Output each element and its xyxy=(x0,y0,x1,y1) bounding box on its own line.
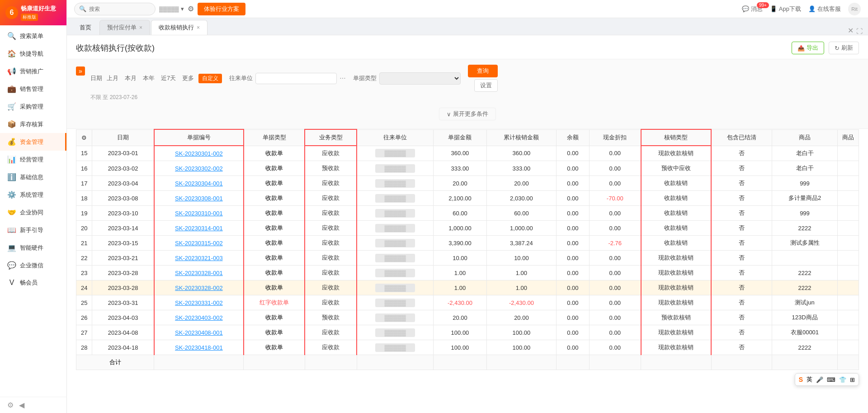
sidebar-item-wechat[interactable]: 💬企业微信 xyxy=(0,256,66,274)
date-this-year[interactable]: 本年 xyxy=(141,73,156,83)
row-discount: 0.00 xyxy=(589,340,641,355)
setting-button[interactable]: 设置 xyxy=(474,79,498,92)
sidebar-item-label: 企业协同 xyxy=(20,209,43,217)
sidebar-item-sales[interactable]: 💼销售管理 xyxy=(0,80,66,98)
sidebar-item-hardware[interactable]: 💻智能硬件 xyxy=(0,239,66,256)
service-icon: 👤 xyxy=(808,5,816,12)
topbar-dropdown[interactable]: ▓▓▓▓▓ ▾ xyxy=(159,5,184,12)
window-close-icon[interactable]: ✕ xyxy=(848,26,854,35)
date-custom-button[interactable]: 自定义 xyxy=(198,74,222,83)
ime-mic-icon[interactable]: 🎤 xyxy=(816,376,823,383)
doc-type-select[interactable] xyxy=(379,72,461,85)
sidebar-item-search[interactable]: 🔍搜索菜单 xyxy=(0,27,66,45)
doc-no-link[interactable]: SK-20230308-001 xyxy=(175,195,223,202)
ime-grid-icon[interactable]: ⊞ xyxy=(850,376,855,383)
tab-prepay-order[interactable]: 预付应付单 × xyxy=(99,20,150,35)
sidebar-item-label: 销售管理 xyxy=(20,85,43,93)
date-7days[interactable]: 近7天 xyxy=(159,73,178,83)
row-doc-no: SK-20230302-002 xyxy=(154,161,244,176)
sidebar-item-finance[interactable]: 💰资金管理 xyxy=(0,133,66,151)
row-write-off: 20.00 xyxy=(486,176,556,191)
doc-no-link[interactable]: SK-20230328-001 xyxy=(175,270,223,276)
sidebar-item-guide[interactable]: 📖新手引导 xyxy=(0,221,66,239)
sidebar-item-purchase[interactable]: 🛒采购管理 xyxy=(0,98,66,115)
col-settings[interactable]: ⚙ xyxy=(76,129,92,146)
sidebar-item-marketing[interactable]: 📢营销推广 xyxy=(0,62,66,80)
wechat-icon: 💬 xyxy=(7,261,16,270)
sidebar-item-inventory[interactable]: 📦库存核算 xyxy=(0,115,66,133)
doc-no-link[interactable]: SK-20230328-002 xyxy=(175,285,223,291)
sidebar-item-quick-nav[interactable]: 🏠快捷导航 xyxy=(0,45,66,62)
solution-button[interactable]: 体验行业方案 xyxy=(198,3,245,15)
ime-shirt-icon[interactable]: 👕 xyxy=(839,376,846,383)
date-this-month[interactable]: 本月 xyxy=(123,73,138,83)
row-balance: 0.00 xyxy=(556,146,589,161)
doc-no-link[interactable]: SK-20230403-002 xyxy=(175,314,223,321)
query-button[interactable]: 查询 xyxy=(468,65,498,77)
refresh-button[interactable]: ↻ 刷新 xyxy=(829,42,859,54)
sidebar-item-basic[interactable]: ℹ️基础信息 xyxy=(0,168,66,186)
row-balance: 0.00 xyxy=(556,176,589,191)
row-discount: 0.00 xyxy=(589,266,641,280)
doc-no-link[interactable]: SK-20230314-001 xyxy=(175,225,223,232)
doc-no-link[interactable]: SK-20230331-002 xyxy=(175,299,223,306)
row-date: 2023-03-21 xyxy=(92,251,154,266)
row-balance: 0.00 xyxy=(556,236,589,251)
doc-no-link[interactable]: SK-20230310-001 xyxy=(175,210,223,217)
partner-more-icon[interactable]: ··· xyxy=(340,74,345,82)
row-doc-no: SK-20230321-003 xyxy=(154,251,244,266)
message-button[interactable]: 💬 消息 99+ xyxy=(742,5,763,13)
doc-no-link[interactable]: SK-20230315-002 xyxy=(175,240,223,247)
date-quick-buttons: 上月 本月 本年 近7天 更多 自定义 xyxy=(105,73,222,83)
row-no: 16 xyxy=(76,161,92,176)
sidebar-item-operation[interactable]: 📊经营管理 xyxy=(0,151,66,168)
sidebar-item-collab[interactable]: 🤝企业协同 xyxy=(0,204,66,221)
row-partner: ▓▓▓▓▓ xyxy=(357,266,433,280)
row-doc-no: SK-20230331-002 xyxy=(154,295,244,310)
row-included: 否 xyxy=(711,176,772,191)
expand-icon: ∨ xyxy=(447,111,451,118)
row-write-off: 1.00 xyxy=(486,280,556,295)
search-icon: 🔍 xyxy=(79,5,86,12)
sidebar-item-system[interactable]: ⚙️系统管理 xyxy=(0,186,66,204)
ime-keyboard-icon[interactable]: ⌨ xyxy=(827,376,835,383)
filter-toggle-button[interactable]: » xyxy=(76,66,85,76)
app-download-button[interactable]: 📱 App下载 xyxy=(770,5,801,13)
row-date: 2023-03-08 xyxy=(92,191,154,206)
tab-prepay-close[interactable]: × xyxy=(139,24,142,31)
tab-home[interactable]: 首页 xyxy=(72,20,99,35)
row-write-off: 10.00 xyxy=(486,251,556,266)
tab-receipt-close[interactable]: × xyxy=(197,24,200,31)
sidebar-item-label: 资金管理 xyxy=(20,138,43,146)
gear-icon[interactable]: ⚙ xyxy=(188,5,194,13)
user-avatar[interactable]: Rit xyxy=(848,3,861,15)
tab-receipt-exec[interactable]: 收款核销执行 × xyxy=(151,20,208,35)
sidebar-item-label: 快捷导航 xyxy=(20,50,43,58)
doc-no-link[interactable]: SK-20230418-001 xyxy=(175,344,223,351)
expand-more-button[interactable]: ∨ 展开更多条件 xyxy=(439,108,496,120)
doc-no-link[interactable]: SK-20230321-003 xyxy=(175,255,223,261)
doc-no-link[interactable]: SK-20230408-001 xyxy=(175,329,223,336)
sidebar-item-label: 企业微信 xyxy=(20,261,43,270)
date-more[interactable]: 更多 xyxy=(180,73,196,83)
footer-balance xyxy=(556,355,589,370)
partner-input[interactable] xyxy=(255,73,337,84)
collapse-icon[interactable]: ◀ xyxy=(19,401,24,409)
row-included: 否 xyxy=(711,266,772,280)
settings-icon[interactable]: ⚙ xyxy=(81,134,87,141)
row-partner: ▓▓▓▓▓ xyxy=(357,221,433,236)
topbar-search-box[interactable]: 🔍 xyxy=(74,3,156,15)
row-discount: 0.00 xyxy=(589,280,641,295)
doc-no-link[interactable]: SK-20230301-002 xyxy=(175,150,223,157)
online-service-button[interactable]: 👤 在线客服 xyxy=(808,5,841,13)
settings-icon[interactable]: ⚙ xyxy=(7,401,14,409)
doc-no-link[interactable]: SK-20230304-001 xyxy=(175,180,223,187)
date-last-month[interactable]: 上月 xyxy=(105,73,120,83)
doc-no-link[interactable]: SK-20230302-002 xyxy=(175,165,223,172)
search-input[interactable] xyxy=(89,6,151,12)
row-write-type: 现款收款核销 xyxy=(641,266,711,280)
window-expand-icon[interactable]: ⛶ xyxy=(856,28,863,35)
sidebar-item-member[interactable]: V畅会员 xyxy=(0,274,66,291)
table-row: 23 2023-03-28 SK-20230328-001 收款单 应收款 ▓▓… xyxy=(76,266,859,280)
export-button[interactable]: 📤 导出 xyxy=(792,42,824,54)
